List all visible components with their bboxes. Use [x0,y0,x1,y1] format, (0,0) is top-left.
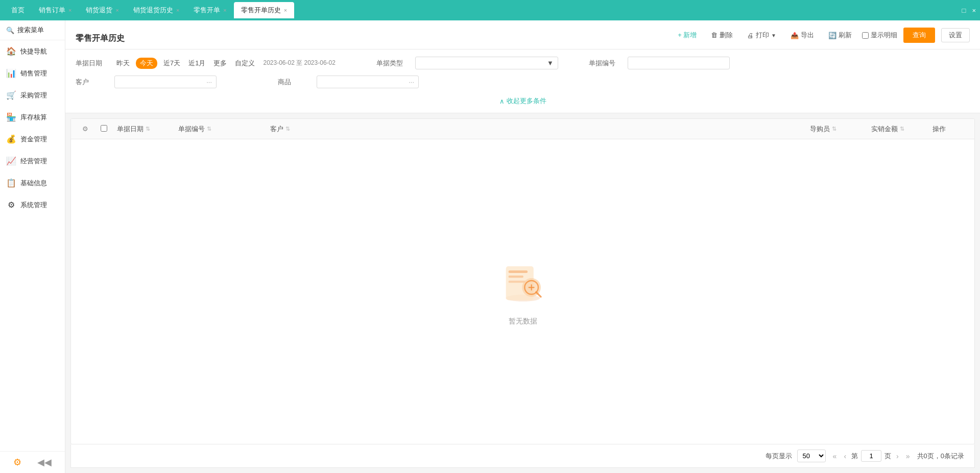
refresh-button[interactable]: 🔄 刷新 [824,29,856,42]
prev-page-btn[interactable]: ‹ [842,451,848,461]
collapse-more-btn[interactable]: ∧ 收起更多条件 [499,96,546,106]
sort-customer-icon: ⇅ [285,126,290,132]
tab-sales-return[interactable]: 销货退货 × [79,2,126,18]
sidebar-bottom: ⚙ ◀◀ [0,451,65,473]
display-detail-checkbox[interactable] [862,32,869,39]
collapse-icon: ∧ [499,97,505,105]
total-info: 共0页，0条记录 [917,452,964,461]
page-label-after: 页 [885,452,891,461]
sidebar-item-inventory[interactable]: 🏪 库存核算 [0,106,65,128]
system-mgmt-icon: ⚙ [6,200,16,210]
sidebar-search[interactable]: 🔍 搜索菜单 [0,20,65,40]
tab-retail-open-history[interactable]: 零售开单历史 × [234,2,294,18]
sidebar-item-quick-nav[interactable]: 🏠 快捷导航 [0,40,65,62]
page-title: 零售开单历史 [76,33,125,44]
doc-type-label: 单据类型 [376,59,405,68]
close-tab-sales-return-history[interactable]: × [176,7,179,13]
last-page-btn[interactable]: » [904,451,912,461]
goods-label: 商品 [278,78,306,87]
date-opt-custom[interactable]: 自定义 [233,58,257,69]
empty-text: 暂无数据 [509,317,537,326]
customer-input[interactable]: ··· [114,76,217,88]
print-icon: 🖨 [747,32,754,39]
date-opt-1month[interactable]: 近1月 [186,58,207,69]
customer-label: 客户 [76,78,104,87]
svg-rect-2 [508,270,527,273]
purchase-mgmt-icon: 🛒 [6,90,16,100]
sort-guide-icon: ⇅ [832,126,836,132]
customer-dots-icon: ··· [206,78,212,86]
date-label: 单据日期 [76,59,104,68]
sidebar: 🔍 搜索菜单 🏠 快捷导航 📊 销售管理 🛒 采购管理 🏪 库存核算 💰 资金管… [0,20,65,473]
window-restore[interactable]: □ [962,7,966,14]
sidebar-item-business-mgmt[interactable]: 📈 经营管理 [0,150,65,172]
export-button[interactable]: 📤 导出 [786,29,818,42]
doc-number-label: 单据编号 [589,59,617,68]
close-tab-retail-open[interactable]: × [223,7,226,13]
inventory-icon: 🏪 [6,112,16,122]
sidebar-collapse-icon[interactable]: ◀◀ [37,457,52,468]
doc-type-select[interactable]: ▼ [415,57,558,69]
th-guide[interactable]: 导购员 ⇅ [806,125,867,134]
sidebar-item-base-info[interactable]: 📋 基础信息 [0,172,65,194]
date-opt-7days[interactable]: 近7天 [161,58,182,69]
page-header: 零售开单历史 + 新增 🗑 删除 🖨 🖨 打印 打印 ▼ 📤 导出 🔄 刷新 [65,20,980,49]
next-page-btn[interactable]: › [894,451,901,461]
display-detail-checkbox-label[interactable]: 显示明细 [862,31,897,40]
th-number[interactable]: 单据编号 ⇅ [174,125,266,134]
date-opt-more[interactable]: 更多 [211,58,229,69]
tab-home[interactable]: 首页 [4,2,32,18]
svg-rect-3 [508,276,523,278]
delete-button[interactable]: 🗑 删除 [707,29,737,42]
close-tab-sales-order[interactable]: × [68,7,71,13]
capital-mgmt-icon: 💰 [6,134,16,144]
tab-sales-return-history[interactable]: 销货退货历史 × [126,2,186,18]
add-button[interactable]: + 新增 [674,29,701,42]
table-select-all-checkbox[interactable] [94,125,113,133]
query-button[interactable]: 查询 [903,28,935,43]
settings-button[interactable]: 设置 [941,28,970,42]
sidebar-item-sales-mgmt[interactable]: 📊 销售管理 [0,62,65,84]
sidebar-settings-icon[interactable]: ⚙ [13,457,21,468]
th-amount[interactable]: 实销金额 ⇅ [867,125,928,134]
per-page-select[interactable]: 50 10 20 100 [797,450,826,462]
main-layout: 🔍 搜索菜单 🏠 快捷导航 📊 销售管理 🛒 采购管理 🏪 库存核算 💰 资金管… [0,20,980,473]
page-nav: « ‹ 第 1 页 › » [831,450,912,462]
refresh-icon: 🔄 [828,32,836,39]
table-area: ⚙ 单据日期 ⇅ 单据编号 ⇅ 客户 ⇅ 导购员 ⇅ [70,118,975,444]
sort-amount-icon: ⇅ [900,126,904,132]
doc-number-input[interactable] [628,57,730,69]
close-tab-sales-return[interactable]: × [115,7,118,13]
window-close[interactable]: × [972,7,976,14]
table-settings-icon[interactable]: ⚙ [76,125,94,133]
sales-mgmt-icon: 📊 [6,68,16,78]
date-opt-yesterday[interactable]: 昨天 [114,58,132,69]
export-icon: 📤 [791,32,799,39]
top-tabbar: 首页 销售订单 × 销货退货 × 销货退货历史 × 零售开单 × 零售开单历史 … [0,0,980,20]
filter-row-1: 单据日期 昨天 今天 近7天 近1月 更多 自定义 2023-06-02 至 2… [76,57,970,69]
tab-sales-order[interactable]: 销售订单 × [32,2,79,18]
page-label-before: 第 [851,452,858,461]
close-tab-retail-open-history[interactable]: × [284,7,287,13]
sidebar-item-system-mgmt[interactable]: ⚙ 系统管理 [0,194,65,216]
print-dropdown-icon: ▼ [771,33,776,38]
content-area: 零售开单历史 + 新增 🗑 删除 🖨 🖨 打印 打印 ▼ 📤 导出 🔄 刷新 [65,20,980,473]
collapse-row: ∧ 收起更多条件 [76,94,970,106]
tab-retail-open[interactable]: 零售开单 × [186,2,233,18]
sidebar-item-purchase-mgmt[interactable]: 🛒 采购管理 [0,84,65,106]
first-page-btn[interactable]: « [831,451,839,461]
sidebar-item-capital-mgmt[interactable]: 💰 资金管理 [0,128,65,150]
current-page-input[interactable]: 1 [861,450,881,462]
search-icon: 🔍 [6,27,14,34]
filter-area: 单据日期 昨天 今天 近7天 近1月 更多 自定义 2023-06-02 至 2… [65,49,980,113]
date-opt-today[interactable]: 今天 [136,58,157,69]
th-customer[interactable]: 客户 ⇅ [266,125,806,134]
th-date[interactable]: 单据日期 ⇅ [113,125,174,134]
empty-state: 暂无数据 [71,139,974,444]
print-button[interactable]: 🖨 🖨 打印 打印 ▼ [743,29,780,42]
table-header: ⚙ 单据日期 ⇅ 单据编号 ⇅ 客户 ⇅ 导购员 ⇅ [71,119,974,139]
sort-number-icon: ⇅ [207,126,211,132]
chevron-down-icon: ▼ [547,59,554,67]
goods-input[interactable]: ··· [317,76,419,88]
window-controls: □ × [962,7,976,14]
